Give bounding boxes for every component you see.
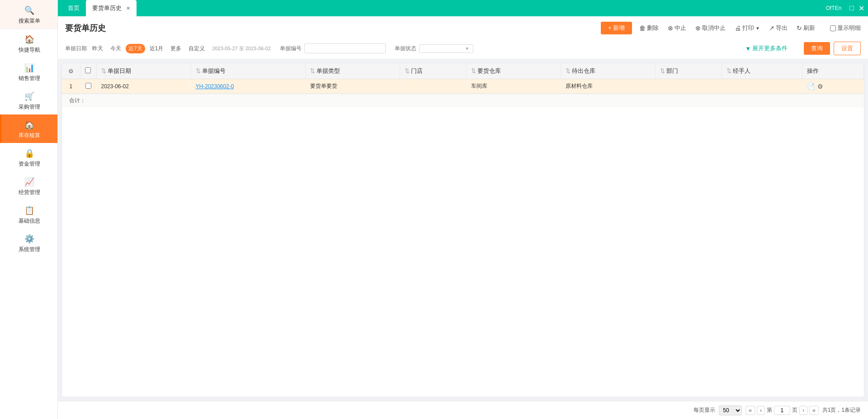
sidebar-item-label: 库存核算 [19,132,40,139]
doc-number-label: 单据编号 [280,45,302,52]
tab-history-label: 要货单历史 [92,4,122,12]
date-pill-more[interactable]: 更多 [168,44,184,53]
pagination-bar: 每页显示 20 50 100 « ‹ 第 页 › » 共1页，1条记录 [58,401,868,419]
sidebar-item-label: 资金管理 [19,160,40,168]
sidebar-item-sales-mgmt[interactable]: 📊 销售管理 [0,57,57,86]
status-select[interactable]: ▼ [419,44,473,53]
cancel-stop-button[interactable]: ⊗ 取消中止 [693,23,727,33]
row-checkbox[interactable] [85,83,91,89]
col-store: ⇅ 门店 [400,63,466,79]
sidebar-item-inventory[interactable]: 🏠 库存核算 [0,114,57,143]
window-close-icon[interactable]: ✕ [859,4,864,13]
table-row: 1 2023-06-02 YH-20230602-0 要货单要货 车间库 原材料… [62,79,864,94]
col-type-sort-icon[interactable]: ⇅ [310,67,315,74]
row-pending-warehouse: 原材料仓库 [561,79,655,94]
col-date-sort-icon[interactable]: ⇅ [101,67,106,74]
date-pill-custom[interactable]: 自定义 [186,44,208,53]
last-page-button[interactable]: » [809,406,819,415]
prev-page-button[interactable]: ‹ [757,406,765,415]
sidebar-item-quick-nav[interactable]: 🏠 快捷导航 [0,29,57,57]
action-icons: 📄 ⚙ [807,83,859,90]
col-dept-label: 部门 [666,67,678,74]
page-number-input[interactable] [774,406,790,415]
ops-icon: 📈 [24,177,34,187]
export-label: 导出 [776,24,788,32]
sidebar-item-search-menu[interactable]: 🔍 搜索菜单 [0,0,57,29]
col-pending-sort-icon[interactable]: ⇅ [566,67,571,74]
date-pill-today[interactable]: 今天 [108,44,124,53]
col-handler: ⇅ 经手人 [722,63,802,79]
next-page-button[interactable]: › [799,406,807,415]
col-pending-warehouse: ⇅ 待出仓库 [561,63,655,79]
page-unit-label: 页 [792,406,797,414]
data-table: ⚙ ⇅ 单据日期 ⇅ 单据编号 [62,63,864,94]
tab-close-icon[interactable]: ✕ [126,5,130,11]
window-restore-icon[interactable]: □ [849,4,854,12]
first-page-button[interactable]: « [745,406,755,415]
tab-bar: 首页 要货单历史 ✕ OfTEn □ ✕ [58,0,868,16]
doc-number-input[interactable] [304,43,386,53]
col-number-sort-icon[interactable]: ⇅ [196,67,201,74]
table-wrap: ⚙ ⇅ 单据日期 ⇅ 单据编号 [61,63,864,397]
row-handler [722,79,802,94]
gear-icon: ⚙️ [24,234,34,244]
stop-button[interactable]: ⊗ 中止 [666,23,688,33]
col-settings[interactable]: ⚙ [62,63,80,79]
home-icon: 🏠 [24,34,34,44]
col-date: ⇅ 单据日期 [96,63,191,79]
sidebar-item-label: 采购管理 [19,103,40,111]
settings-icon[interactable]: ⚙ [68,68,74,75]
tab-home[interactable]: 首页 [61,0,86,16]
date-pills: 昨天 今天 近7天 近1月 更多 自定义 [90,44,208,53]
date-pill-7days[interactable]: 近7天 [126,44,145,53]
refresh-button[interactable]: ↻ 刷新 [795,23,817,33]
stop-icon: ⊗ [668,24,673,32]
stop-label: 中止 [675,24,686,32]
col-handler-sort-icon[interactable]: ⇅ [726,67,731,74]
col-req-warehouse: ⇅ 要货仓库 [466,63,561,79]
col-type-label: 单据类型 [316,67,340,74]
date-pill-1month[interactable]: 近1月 [147,44,166,53]
tab-bar-right: OfTEn □ ✕ [822,4,864,13]
sidebar-item-basic-info[interactable]: 📋 基础信息 [0,200,57,229]
row-actions: 📄 ⚙ [802,79,863,94]
export-button[interactable]: ↗ 导出 [767,23,789,33]
select-all-checkbox[interactable] [85,67,91,73]
col-dept-sort-icon[interactable]: ⇅ [660,67,665,74]
filter-row: 单据日期 昨天 今天 近7天 近1月 更多 自定义 2023-05-27 至 2… [65,38,861,59]
sidebar-item-ops-mgmt[interactable]: 📈 经营管理 [0,171,57,200]
expand-more-btn[interactable]: ▼ 展开更多条件 [745,44,791,52]
toolbar-divider [823,24,824,32]
display-detail-checkbox[interactable] [830,25,836,31]
print-button[interactable]: 🖨 打印 ▼ [733,23,762,33]
date-range-display: 2023-05-27 至 2023-06-02 [212,45,271,52]
inventory-icon: 🏠 [24,120,34,130]
search-button[interactable]: 查询 [804,42,830,55]
row-view-icon[interactable]: 📄 [807,83,815,90]
expand-label: 展开更多条件 [752,44,788,52]
filter-actions: 查询 设置 [804,42,861,55]
sidebar-item-label: 基础信息 [19,217,40,225]
delete-button[interactable]: 🗑 删除 [637,23,660,33]
new-button[interactable]: + 新增 [601,22,632,34]
print-label: 打印 [742,24,754,32]
tab-history[interactable]: 要货单历史 ✕ [86,0,137,16]
toolbar: + 新增 🗑 删除 ⊗ 中止 ⊗ 取消中止 🖨 打 [601,22,861,34]
sidebar-item-finance-mgmt[interactable]: 🔒 资金管理 [0,143,57,171]
col-req-sort-icon[interactable]: ⇅ [471,67,476,74]
settings-button[interactable]: 设置 [834,42,861,55]
row-number[interactable]: YH-20230602-0 [191,79,305,94]
row-date: 2023-06-02 [96,79,191,94]
col-dept: ⇅ 部门 [655,63,722,79]
col-store-sort-icon[interactable]: ⇅ [405,67,410,74]
date-pill-yesterday[interactable]: 昨天 [90,44,106,53]
sidebar-item-label: 系统管理 [19,246,40,253]
row-edit-icon[interactable]: ⚙ [817,83,823,90]
sidebar-item-purchase-mgmt[interactable]: 🛒 采购管理 [0,86,57,114]
total-label: 合计： [69,97,85,105]
page-header: 要货单历史 + 新增 🗑 删除 ⊗ 中止 ⊗ 取消中止 [58,16,868,59]
display-detail-button[interactable]: 显示明细 [830,24,861,32]
sidebar-item-sys-mgmt[interactable]: ⚙️ 系统管理 [0,229,57,257]
page-size-select[interactable]: 20 50 100 [719,405,742,415]
col-date-label: 单据日期 [108,67,131,74]
